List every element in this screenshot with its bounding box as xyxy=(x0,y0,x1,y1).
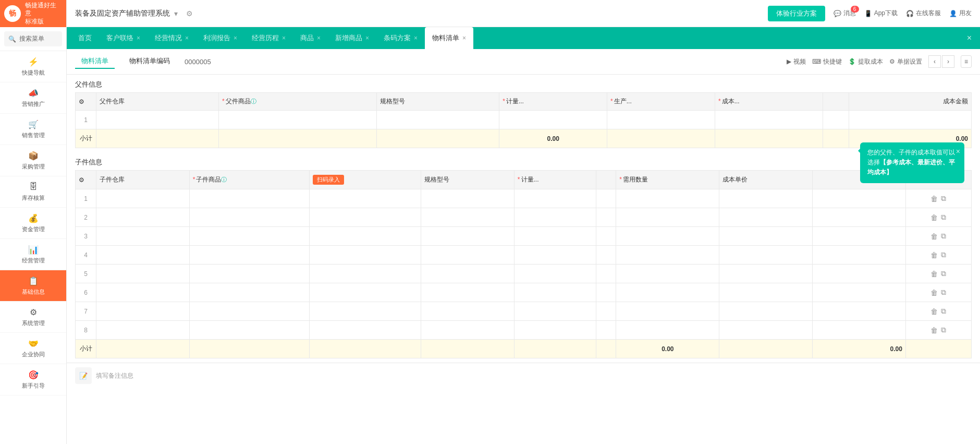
tab-operation-history[interactable]: 经营历程 × xyxy=(244,27,293,49)
close-all-tabs-button[interactable]: × xyxy=(963,31,976,45)
delete-icon-2[interactable]: 🗑 xyxy=(930,213,938,222)
tooltip-close-button[interactable]: × xyxy=(956,146,960,157)
parent-subtotal-label: 小计 xyxy=(76,129,96,148)
tab-bom[interactable]: 物料清单 × xyxy=(425,27,473,49)
tab-profit-report[interactable]: 利润报告 × xyxy=(196,27,244,49)
parent-cell-product-1[interactable] xyxy=(219,111,377,129)
tab-close-bom[interactable]: × xyxy=(462,34,466,42)
delete-icon-4[interactable]: 🗑 xyxy=(930,251,938,259)
delete-icon-1[interactable]: 🗑 xyxy=(930,195,938,203)
nav-next-button[interactable]: › xyxy=(942,55,954,68)
copy-icon-7[interactable]: ⧉ xyxy=(941,307,946,316)
copy-icon-6[interactable]: ⧉ xyxy=(941,288,946,297)
child-subtotal-cost-amount: 0.00 xyxy=(813,340,906,358)
search-menu-button[interactable]: 🔍 搜索菜单 xyxy=(4,31,62,46)
child-cell-qty-2[interactable] xyxy=(616,208,719,227)
dropdown-arrow-icon[interactable]: ▾ xyxy=(174,9,178,18)
child-cell-product-1[interactable] xyxy=(189,189,310,208)
copy-icon-2[interactable]: ⧉ xyxy=(941,213,946,222)
child-cell-unit-cost-1[interactable] xyxy=(719,189,813,208)
child-cell-unit-2[interactable] xyxy=(514,208,596,227)
copy-icon-8[interactable]: ⧉ xyxy=(941,326,946,334)
tab-products[interactable]: 商品 × xyxy=(293,27,328,49)
sidebar-item-enterprise[interactable]: 🤝 企业协同 xyxy=(0,333,66,364)
sidebar-item-guide[interactable]: 🎯 新手引导 xyxy=(0,364,66,395)
tab-close-operation-status[interactable]: × xyxy=(185,34,189,42)
nav-prev-button[interactable]: ‹ xyxy=(928,55,941,68)
operation-icon: 📊 xyxy=(28,244,39,255)
extract-cost-action[interactable]: 💲 提取成本 xyxy=(848,57,883,66)
parent-cell-unit-1[interactable] xyxy=(499,111,607,129)
online-service-item[interactable]: 🎧 在线客服 xyxy=(906,9,941,18)
bottom-note-icon[interactable]: 📝 xyxy=(75,367,92,384)
delete-icon-5[interactable]: 🗑 xyxy=(930,270,938,278)
tab-close-products[interactable]: × xyxy=(317,34,321,42)
delete-icon-3[interactable]: 🗑 xyxy=(930,232,938,241)
sidebar-search-section: 🔍 搜索菜单 xyxy=(0,27,66,51)
view-action[interactable]: ▶ 视频 xyxy=(787,57,806,66)
user-item[interactable]: 👤 用友 xyxy=(949,9,972,18)
search-icon: 🔍 xyxy=(8,35,16,43)
app-download-item[interactable]: 📱 App下载 xyxy=(864,9,898,18)
child-cell-spec-1[interactable] xyxy=(421,189,514,208)
cost-tooltip: × 您的父件、子件的成本取值可以选择【参考成本、最新进价、平均成本】 xyxy=(860,142,964,183)
tab-home[interactable]: 首页 xyxy=(71,27,99,49)
delete-icon-7[interactable]: 🗑 xyxy=(930,307,938,316)
sidebar-item-purchase[interactable]: 📦 采购管理 xyxy=(0,145,66,176)
parent-col-settings[interactable]: ⚙ xyxy=(76,93,96,111)
layout-toggle-button[interactable]: ≡ xyxy=(961,55,972,68)
tab-close-customer[interactable]: × xyxy=(137,34,140,42)
child-cell-unit-1[interactable] xyxy=(514,189,596,208)
copy-icon-3[interactable]: ⧉ xyxy=(941,232,946,241)
child-row-8: 8 🗑 ⧉ xyxy=(76,321,972,340)
sidebar-item-marketing[interactable]: 📣 营销推广 xyxy=(0,82,66,114)
copy-icon-5[interactable]: ⧉ xyxy=(941,269,946,278)
sidebar-item-quick-nav[interactable]: ⚡ 快捷导航 xyxy=(0,51,66,82)
sidebar-item-operation[interactable]: 📊 经营管理 xyxy=(0,239,66,270)
parent-cell-warehouse-1[interactable] xyxy=(96,111,219,129)
child-row-3: 3 🗑 ⧉ xyxy=(76,227,972,246)
shortcut-action[interactable]: ⌨ 快捷键 xyxy=(812,57,842,66)
tab-close-barcode[interactable]: × xyxy=(414,34,418,42)
tab-close-profit-report[interactable]: × xyxy=(234,34,237,42)
parent-cell-spec-1[interactable] xyxy=(377,111,499,129)
guide-icon: 🎯 xyxy=(28,369,39,380)
tab-operation-status[interactable]: 经营情况 × xyxy=(148,27,196,49)
tab-close-new-product[interactable]: × xyxy=(365,34,369,42)
sub-tab-bom-list[interactable]: 物料清单 xyxy=(75,54,115,69)
sidebar-item-system[interactable]: ⚙ 系统管理 xyxy=(0,302,66,333)
header-actions: 体验行业方案 💬 消息 6 📱 App下载 🎧 在线客服 👤 用友 xyxy=(768,6,972,21)
trial-button[interactable]: 体验行业方案 xyxy=(768,6,825,21)
tab-barcode[interactable]: 条码方案 × xyxy=(376,27,425,49)
settings-icon[interactable]: ⚙ xyxy=(186,9,193,18)
scan-button[interactable]: 扫码录入 xyxy=(313,175,344,185)
child-col-settings[interactable]: ⚙ xyxy=(76,171,96,189)
child-cell-warehouse-1[interactable] xyxy=(96,189,190,208)
child-cell-warehouse-2[interactable] xyxy=(96,208,190,227)
parent-cell-cost-1[interactable] xyxy=(715,111,823,129)
copy-icon-4[interactable]: ⧉ xyxy=(941,250,946,259)
child-cell-qty-1[interactable] xyxy=(616,189,719,208)
nav-tabs: 首页 客户联络 × 经营情况 × 利润报告 × 经营历程 × 商品 × 新增商品… xyxy=(67,27,980,49)
tab-customer[interactable]: 客户联络 × xyxy=(99,27,148,49)
sub-tab-bom-code[interactable]: 物料清单编码 xyxy=(123,54,176,69)
sidebar-header: 畅 畅捷通好生意 标准版 xyxy=(0,0,66,27)
child-cell-spec-2[interactable] xyxy=(421,208,514,227)
child-cell-product-2[interactable] xyxy=(189,208,310,227)
message-item[interactable]: 💬 消息 6 xyxy=(834,9,856,18)
sidebar-item-finance[interactable]: 💰 资金管理 xyxy=(0,208,66,239)
child-cell-unit-cost-2[interactable] xyxy=(719,208,813,227)
header-icon-group: 💬 消息 6 📱 App下载 🎧 在线客服 👤 用友 xyxy=(834,9,972,18)
delete-icon-8[interactable]: 🗑 xyxy=(930,326,938,334)
parent-cell-production-1[interactable] xyxy=(607,111,715,129)
copy-icon-1[interactable]: ⧉ xyxy=(941,194,946,203)
bom-code-value: 0000005 xyxy=(185,58,211,66)
sidebar-item-inventory[interactable]: 🗄 库存核算 xyxy=(0,176,66,208)
delete-icon-6[interactable]: 🗑 xyxy=(930,289,938,297)
sidebar-item-basic[interactable]: 📋 基础信息 xyxy=(0,270,66,302)
sidebar-item-sales[interactable]: 🛒 销售管理 xyxy=(0,114,66,145)
tab-new-product[interactable]: 新增商品 × xyxy=(328,27,376,49)
tab-close-operation-history[interactable]: × xyxy=(282,34,286,42)
single-settings-action[interactable]: ⚙ 单据设置 xyxy=(889,57,922,66)
child-row-6: 6 🗑 ⧉ xyxy=(76,283,972,302)
